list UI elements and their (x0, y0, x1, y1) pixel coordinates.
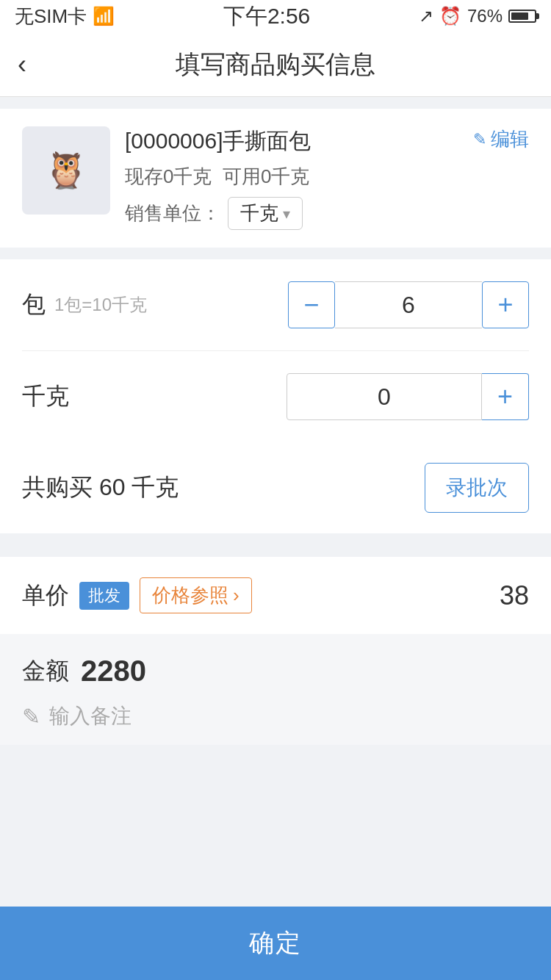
dropdown-arrow-icon: ▾ (283, 205, 290, 223)
product-info: [0000006]手撕面包 ✎ 编辑 现存0千克 可用0千克 销售单位： 千克 … (125, 126, 529, 230)
package-qty-control: − + (288, 281, 529, 328)
package-row: 包 1包=10千克 − + (22, 259, 529, 351)
note-row[interactable]: ✎ 输入备注 (22, 702, 529, 730)
battery-icon (508, 10, 536, 23)
status-bar: 无SIM卡 📶 下午2:56 ↗ ⏰ 76% (0, 0, 551, 32)
price-type-badge: 批发 (79, 582, 129, 610)
product-name: [0000006]手撕面包 (125, 126, 311, 156)
price-value: 38 (500, 580, 529, 611)
carrier-text: 无SIM卡 (15, 4, 87, 29)
edit-label: 编辑 (491, 126, 529, 152)
confirm-button[interactable]: 确定 (0, 907, 551, 980)
price-reference-button[interactable]: 价格参照 › (140, 577, 252, 613)
bottom-area: 确定 (0, 907, 551, 980)
price-ref-label: 价格参照 (152, 583, 228, 608)
amount-label: 金额 (22, 655, 69, 688)
price-section: 单价 批发 价格参照 › 38 (0, 557, 551, 634)
note-icon: ✎ (22, 704, 40, 729)
unit-value: 千克 (240, 201, 278, 226)
summary-text: 共购买 60 千克 (22, 472, 179, 504)
product-unit: 销售单位： 千克 ▾ (125, 197, 529, 230)
nav-bar: ‹ 填写商品购买信息 (0, 32, 551, 97)
back-button[interactable]: ‹ (18, 49, 26, 80)
battery-percent: 76% (467, 6, 503, 26)
input-section: 包 1包=10千克 − + 千克 + (0, 259, 551, 442)
batch-button[interactable]: 录批次 (425, 463, 529, 513)
product-card: 🦉 [0000006]手撕面包 ✎ 编辑 现存0千克 可用0千克 销售单位： 千… (0, 109, 551, 248)
amount-section: 金额 2280 ✎ 输入备注 (0, 634, 551, 745)
kilogram-label: 千克 (22, 381, 69, 413)
divider-1 (0, 248, 551, 259)
product-stock: 现存0千克 可用0千克 (125, 164, 529, 190)
wifi-icon: 📶 (93, 6, 115, 26)
status-right: ↗ ⏰ 76% (419, 6, 536, 26)
kilogram-qty-control: + (287, 373, 529, 420)
edit-icon: ✎ (473, 130, 486, 149)
price-label: 单价 (22, 580, 69, 612)
unit-select[interactable]: 千克 ▾ (228, 197, 303, 230)
package-decrease-button[interactable]: − (288, 281, 335, 328)
price-left: 单价 批发 价格参照 › (22, 577, 252, 613)
package-label: 包 1包=10千克 (22, 289, 147, 321)
edit-button[interactable]: ✎ 编辑 (473, 126, 529, 152)
alarm-icon: ⏰ (439, 6, 461, 26)
status-left: 无SIM卡 📶 (15, 4, 115, 29)
kilogram-qty-input[interactable] (287, 373, 482, 420)
location-icon: ↗ (419, 6, 433, 26)
product-thumbnail: 🦉 (22, 126, 110, 215)
product-logo-icon: 🦉 (44, 150, 88, 191)
package-qty-input[interactable] (335, 281, 482, 328)
kilogram-row: 千克 + (22, 351, 529, 442)
page-title: 填写商品购买信息 (176, 48, 375, 82)
divider-2 (0, 533, 551, 545)
status-time: 下午2:56 (223, 1, 310, 32)
amount-row: 金额 2280 (22, 655, 529, 688)
amount-value: 2280 (81, 655, 146, 688)
package-hint: 1包=10千克 (54, 293, 147, 317)
price-ref-arrow-icon: › (233, 584, 240, 607)
summary-row: 共购买 60 千克 录批次 (0, 442, 551, 533)
note-placeholder: 输入备注 (49, 702, 132, 730)
package-increase-button[interactable]: + (482, 281, 529, 328)
kilogram-increase-button[interactable]: + (482, 373, 529, 420)
